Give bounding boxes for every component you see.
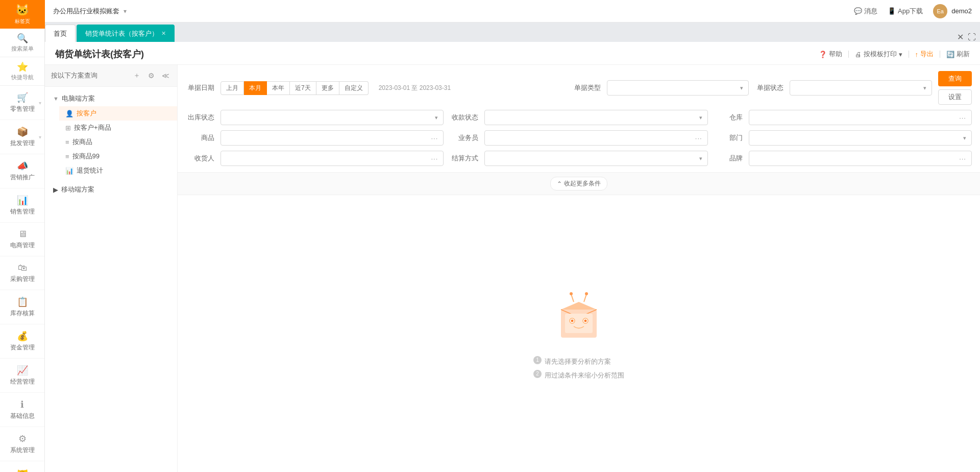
help-icon: ❓ xyxy=(819,51,827,58)
filter-row-4: 收货人 ··· 结算方式 ▾ 品牌 ··· xyxy=(186,151,972,166)
sidebar-item-sales[interactable]: 📊 销售管理 xyxy=(0,188,44,223)
tree-desktop-header[interactable]: ▼ 电脑端方案 xyxy=(45,91,177,106)
tabs-container: 首页 销货单统计表（按客户） ✕ ✕ ⛶ xyxy=(45,22,980,42)
date-range: 2023-03-01 至 2023-03-31 xyxy=(379,84,451,92)
receiver-select[interactable]: ··· xyxy=(220,151,444,166)
sidebar-item-system[interactable]: ⚙ 系统管理 xyxy=(0,427,44,461)
sidebar-search-label: 搜索菜单 xyxy=(11,45,34,53)
message-label: 消息 xyxy=(864,7,877,16)
date-btn-group: 上月 本月 本年 近7天 更多 自定义 xyxy=(220,81,369,95)
message-btn[interactable]: 💬 消息 xyxy=(854,7,877,16)
order-type-select[interactable]: ▾ xyxy=(607,80,749,96)
collapse-btn[interactable]: ⌃ 收起更多条件 xyxy=(550,177,607,191)
order-status-select[interactable]: ▾ xyxy=(790,80,932,96)
sidebar-item-wholesale[interactable]: 📦 批发管理 xyxy=(0,120,44,154)
logo-text: 标签页 xyxy=(15,18,30,25)
wholesale-label: 批发管理 xyxy=(10,139,35,148)
tree-item-return-stat[interactable]: 📊 退货统计 xyxy=(59,163,177,178)
sidebar-item-marketing[interactable]: 📣 营销推广 xyxy=(0,154,44,188)
tab-close-icon[interactable]: ✕ xyxy=(161,30,166,37)
finance-label: 资金管理 xyxy=(10,343,35,352)
brand-select[interactable]: ··· xyxy=(749,151,972,166)
sidebar-item-ecommerce[interactable]: 🖥 电商管理 xyxy=(0,223,44,256)
tab-sales-stat[interactable]: 销货单统计表（按客户） ✕ xyxy=(77,25,175,42)
refresh-btn[interactable]: 🔄 刷新 xyxy=(946,50,970,59)
sidebar-item-collab[interactable]: 🤝 企业协同 xyxy=(0,461,44,472)
stock-status-select[interactable]: ▾ xyxy=(220,110,444,125)
tree-mobile-label: 移动端方案 xyxy=(61,185,94,194)
tree-mobile-section[interactable]: ▶ 移动端方案 xyxy=(45,182,177,197)
order-status-label: 单据状态 xyxy=(755,83,783,92)
main-area: 办公用品行业模拟账套 ▾ 💬 消息 📱 App下载 Ea demo2 首页 销货… xyxy=(45,0,980,472)
date-btn-more[interactable]: 更多 xyxy=(316,81,339,95)
retail-label: 零售管理 xyxy=(10,105,35,113)
system-dropdown[interactable]: ▾ xyxy=(124,8,127,15)
collab-icon: 🤝 xyxy=(17,467,28,472)
page-title: 销货单统计表(按客户) xyxy=(55,48,144,60)
add-scheme-btn[interactable]: ＋ xyxy=(131,70,142,81)
date-btn-custom[interactable]: 自定义 xyxy=(339,81,369,95)
tree-item-by-customer[interactable]: 👤 按客户 xyxy=(59,106,177,121)
receiver-dots: ··· xyxy=(431,155,438,162)
receiver-label: 收货人 xyxy=(186,154,214,163)
collapse-bar: ⌃ 收起更多条件 xyxy=(178,173,980,195)
collapse-icon: ⌃ xyxy=(557,180,562,187)
settings-scheme-btn[interactable]: ⚙ xyxy=(145,70,157,81)
query-button[interactable]: 查询 xyxy=(938,71,972,86)
topbar-right: 💬 消息 📱 App下载 Ea demo2 xyxy=(854,4,972,18)
sidebar-logo[interactable]: 🐱 标签页 xyxy=(0,0,45,29)
department-arrow: ▾ xyxy=(963,135,966,141)
ecommerce-label: 电商管理 xyxy=(10,241,35,250)
logo-icon: 🐱 xyxy=(15,4,29,17)
svg-line-9 xyxy=(571,294,574,302)
product-icon: ≡ xyxy=(65,138,69,146)
basic-label: 基础信息 xyxy=(10,412,35,420)
sidebar-item-basic[interactable]: ℹ 基础信息 xyxy=(0,393,44,427)
tree-desktop-label: 电脑端方案 xyxy=(62,94,95,103)
sidebar-item-retail[interactable]: 🛒 零售管理 xyxy=(0,86,44,120)
content-area: 销货单统计表(按客户) ❓ 帮助 🖨 按模板打印 ▾ ↑ 导出 xyxy=(45,42,980,472)
tree-item-by-product99[interactable]: ≡ 按商品99 xyxy=(59,149,177,163)
print-label: 按模板打印 xyxy=(864,50,897,59)
empty-illustration xyxy=(548,284,609,345)
salesperson-select[interactable]: ··· xyxy=(484,130,707,146)
user-avatar[interactable]: Ea xyxy=(933,4,947,18)
step2-text: 用过滤条件来缩小分析范围 xyxy=(545,369,624,381)
main-layout: 按以下方案查询 ＋ ⚙ ≪ ▼ 电脑端方案 xyxy=(45,65,980,472)
date-btn-this-month[interactable]: 本月 xyxy=(244,81,267,95)
basic-icon: ℹ xyxy=(20,399,24,410)
export-btn[interactable]: ↑ 导出 xyxy=(915,50,934,59)
sidebar-item-purchase[interactable]: 🛍 采购管理 xyxy=(0,256,44,290)
empty-state: 1 请先选择要分析的方案 2 用过滤条件来缩小分析范围 xyxy=(178,195,980,472)
product-select[interactable]: ··· xyxy=(220,130,444,146)
tab-home[interactable]: 首页 xyxy=(45,25,76,42)
phone-icon: 📱 xyxy=(888,7,896,15)
tab-close-all-icon[interactable]: ✕ xyxy=(957,32,964,42)
app-download-btn[interactable]: 📱 App下载 xyxy=(888,7,923,16)
date-btn-last7[interactable]: 近7天 xyxy=(290,81,316,95)
setting-button[interactable]: 设置 xyxy=(938,89,972,105)
sidebar-item-inventory[interactable]: 📋 库存核算 xyxy=(0,290,44,324)
print-btn[interactable]: 🖨 按模板打印 ▾ xyxy=(855,50,902,59)
action-buttons: 查询 设置 xyxy=(938,71,972,105)
date-btn-last-month[interactable]: 上月 xyxy=(220,81,244,95)
department-select[interactable]: ▾ xyxy=(749,130,972,146)
sidebar-item-finance[interactable]: 💰 资金管理 xyxy=(0,324,44,359)
left-panel-title: 按以下方案查询 xyxy=(51,71,97,80)
tree-item-by-customer-product[interactable]: ⊞ 按客户+商品 xyxy=(59,121,177,135)
help-btn[interactable]: ❓ 帮助 xyxy=(819,50,842,59)
return-stat-label: 退货统计 xyxy=(77,166,103,175)
warehouse-select[interactable]: ··· xyxy=(749,110,972,125)
step1-num: 1 xyxy=(533,356,542,364)
payment-status-select[interactable]: ▾ xyxy=(484,110,707,125)
tab-maximize-icon[interactable]: ⛶ xyxy=(968,33,976,42)
date-btn-this-year[interactable]: 本年 xyxy=(267,81,290,95)
page-actions: ❓ 帮助 🖨 按模板打印 ▾ ↑ 导出 🔄 刷新 xyxy=(819,50,970,59)
filter-row-1: 单据日期 上月 本月 本年 近7天 更多 自定义 2023-03-01 至 20… xyxy=(186,71,972,105)
right-panel: 单据日期 上月 本月 本年 近7天 更多 自定义 2023-03-01 至 20… xyxy=(178,65,980,472)
filter-area: 单据日期 上月 本月 本年 近7天 更多 自定义 2023-03-01 至 20… xyxy=(178,65,980,173)
tree-item-by-product[interactable]: ≡ 按商品 xyxy=(59,135,177,149)
settlement-select[interactable]: ▾ xyxy=(484,151,707,166)
sidebar-item-operations[interactable]: 📈 经营管理 xyxy=(0,359,44,393)
collapse-panel-btn[interactable]: ≪ xyxy=(160,70,171,81)
